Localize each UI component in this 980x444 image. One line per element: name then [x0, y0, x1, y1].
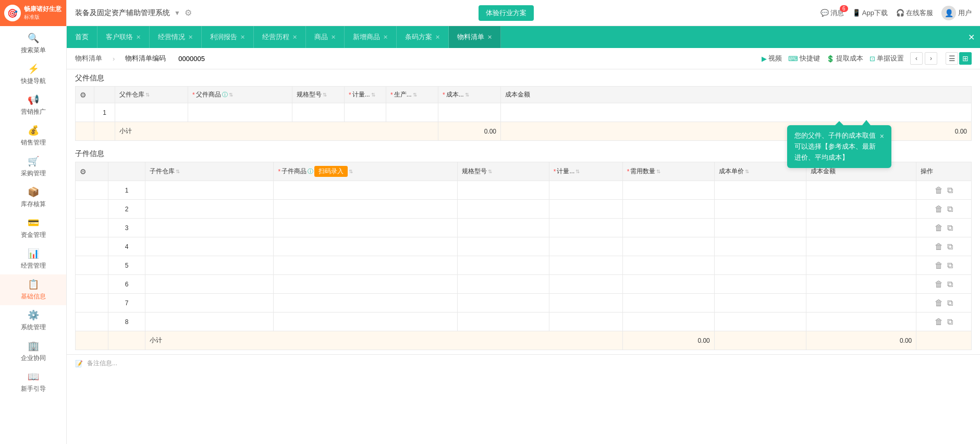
child-row1-copy-btn[interactable]: ⧉ — [946, 185, 954, 196]
message-badge[interactable]: 💬 消息 6 — [820, 8, 844, 18]
sidebar-item-system[interactable]: ⚙️ 系统管理 — [0, 305, 66, 336]
child-product-sort-icon[interactable]: ⇅ — [349, 169, 353, 174]
child-row3-qty[interactable] — [622, 219, 714, 237]
child-row7-price[interactable] — [714, 294, 806, 313]
child-row3-delete-btn[interactable]: 🗑 — [934, 222, 944, 234]
breadcrumb-doc[interactable]: 物料清单编码 — [125, 54, 166, 63]
parent-row1-warehouse[interactable] — [115, 103, 188, 122]
child-row4-copy-btn[interactable]: ⧉ — [946, 241, 954, 253]
child-row5-copy-btn[interactable]: ⧉ — [946, 260, 954, 271]
child-row8-price[interactable] — [714, 313, 806, 331]
child-row5-price[interactable] — [714, 256, 806, 275]
sidebar-item-basic-info[interactable]: 📋 基础信息 — [0, 274, 66, 305]
tab-product-close[interactable]: ✕ — [331, 34, 336, 41]
next-arrow[interactable]: › — [925, 52, 937, 65]
child-row7-copy-btn[interactable]: ⧉ — [946, 297, 954, 309]
tab-history[interactable]: 经营历程 ✕ — [254, 26, 306, 48]
child-settings-gear[interactable]: ⚙ — [80, 167, 87, 176]
app-download-link[interactable]: 📱 App下载 — [852, 8, 888, 18]
tab-operation-close[interactable]: ✕ — [188, 34, 193, 41]
view-action[interactable]: ▶ 视频 — [762, 54, 782, 63]
child-row4-delete-btn[interactable]: 🗑 — [934, 241, 944, 253]
child-row6-unit[interactable] — [549, 275, 622, 294]
child-row5-spec[interactable] — [457, 256, 549, 275]
child-row5-warehouse[interactable] — [145, 256, 274, 275]
child-row7-product[interactable] — [274, 294, 457, 313]
child-row7-qty[interactable] — [622, 294, 714, 313]
child-row7-delete-btn[interactable]: 🗑 — [934, 297, 944, 309]
tab-customer[interactable]: 客户联络 ✕ — [97, 26, 150, 48]
parent-row1-spec[interactable] — [292, 103, 345, 122]
child-warehouse-sort-icon[interactable]: ⇅ — [176, 169, 180, 174]
tab-history-close[interactable]: ✕ — [292, 34, 297, 41]
child-row6-delete-btn[interactable]: 🗑 — [934, 279, 944, 290]
sidebar-item-guide[interactable]: 📖 新手引导 — [0, 367, 66, 398]
tab-bom-close[interactable]: ✕ — [487, 34, 492, 41]
child-row4-warehouse[interactable] — [145, 237, 274, 256]
tab-new-product-close[interactable]: ✕ — [383, 34, 388, 41]
child-row2-unit[interactable] — [549, 200, 622, 219]
child-row8-unit[interactable] — [549, 313, 622, 331]
child-row6-qty[interactable] — [622, 275, 714, 294]
child-row6-copy-btn[interactable]: ⧉ — [946, 279, 954, 290]
sidebar-item-sales[interactable]: 💰 销售管理 — [0, 121, 66, 151]
parent-settings-gear[interactable]: ⚙ — [80, 91, 87, 99]
child-row3-unit[interactable] — [549, 219, 622, 237]
child-row2-copy-btn[interactable]: ⧉ — [946, 203, 954, 215]
parent-product-sort-icon[interactable]: ⇅ — [229, 92, 233, 98]
child-row3-product[interactable] — [274, 219, 457, 237]
child-row8-copy-btn[interactable]: ⧉ — [946, 316, 954, 328]
cost-action[interactable]: 💲 提取成本 — [826, 54, 863, 63]
prev-arrow[interactable]: ‹ — [910, 52, 923, 65]
child-row4-spec[interactable] — [457, 237, 549, 256]
sidebar-item-inventory[interactable]: 📦 库存核算 — [0, 182, 66, 213]
tab-home[interactable]: 首页 — [67, 26, 97, 48]
single-setting-action[interactable]: ⊡ 单据设置 — [869, 54, 904, 63]
child-row4-price[interactable] — [714, 237, 806, 256]
child-row8-product[interactable] — [274, 313, 457, 331]
child-row8-warehouse[interactable] — [145, 313, 274, 331]
child-row8-delete-btn[interactable]: 🗑 — [934, 316, 944, 328]
parent-row1-product[interactable] — [188, 103, 292, 122]
child-row6-product[interactable] — [274, 275, 457, 294]
trial-btn[interactable]: 体验行业方案 — [479, 5, 534, 21]
child-row5-delete-btn[interactable]: 🗑 — [934, 260, 944, 271]
child-row7-spec[interactable] — [457, 294, 549, 313]
sidebar-item-purchase[interactable]: 🛒 采购管理 — [0, 151, 66, 182]
child-spec-sort-icon[interactable]: ⇅ — [488, 169, 492, 174]
sidebar-item-enterprise[interactable]: 🏢 企业协同 — [0, 336, 66, 367]
child-row3-price[interactable] — [714, 219, 806, 237]
shortcut-action[interactable]: ⌨ 快捷键 — [788, 54, 820, 63]
child-row8-qty[interactable] — [622, 313, 714, 331]
child-row7-warehouse[interactable] — [145, 294, 274, 313]
child-row1-qty[interactable] — [622, 181, 714, 200]
child-row1-price[interactable] — [714, 181, 806, 200]
child-row1-warehouse[interactable] — [145, 181, 274, 200]
tab-profit[interactable]: 利润报告 ✕ — [202, 26, 254, 48]
list-layout-icon[interactable]: ☰ — [946, 52, 958, 65]
close-all-tabs[interactable]: ✕ — [963, 32, 980, 42]
tab-operation[interactable]: 经营情况 ✕ — [150, 26, 202, 48]
sidebar-item-finance[interactable]: 💳 资金管理 — [0, 213, 66, 244]
child-row2-warehouse[interactable] — [145, 200, 274, 219]
tab-product[interactable]: 商品 ✕ — [306, 26, 345, 48]
child-qty-sort-icon[interactable]: ⇅ — [656, 169, 660, 174]
child-row5-product[interactable] — [274, 256, 457, 275]
sidebar-item-quick-nav[interactable]: ⚡ 快捷导航 — [0, 59, 66, 90]
child-row6-spec[interactable] — [457, 275, 549, 294]
parent-spec-sort-icon[interactable]: ⇅ — [323, 92, 327, 98]
online-service-link[interactable]: 🎧 在线客服 — [896, 8, 933, 18]
tab-bom[interactable]: 物料清单 ✕ — [449, 26, 501, 48]
child-price-sort-icon[interactable]: ⇅ — [745, 169, 749, 174]
child-row8-spec[interactable] — [457, 313, 549, 331]
child-row4-unit[interactable] — [549, 237, 622, 256]
sidebar-item-search[interactable]: 🔍 搜索菜单 — [0, 28, 66, 59]
child-row4-product[interactable] — [274, 237, 457, 256]
child-row2-qty[interactable] — [622, 200, 714, 219]
child-row2-product[interactable] — [274, 200, 457, 219]
child-row6-price[interactable] — [714, 275, 806, 294]
child-row1-spec[interactable] — [457, 181, 549, 200]
child-row7-unit[interactable] — [549, 294, 622, 313]
child-row3-spec[interactable] — [457, 219, 549, 237]
tab-barcode-close[interactable]: ✕ — [435, 34, 440, 41]
